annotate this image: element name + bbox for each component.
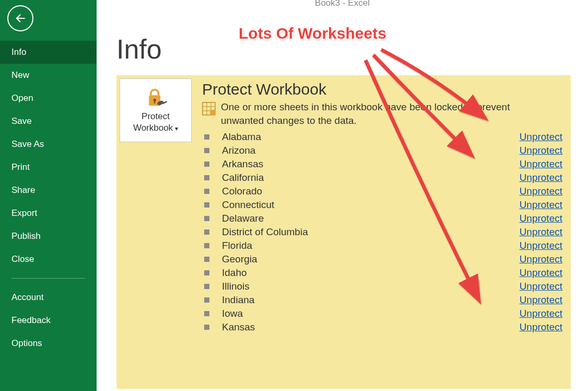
unprotect-link[interactable]: Unprotect (520, 294, 562, 306)
backstage-sidebar: InfoNewOpenSaveSave AsPrintShareExportPu… (0, 0, 97, 391)
sidebar-item-export[interactable]: Export (0, 202, 97, 225)
protect-workbook-button[interactable]: Protect Workbook▾ (120, 78, 192, 142)
unprotect-link[interactable]: Unprotect (520, 145, 562, 156)
sheet-name: Idaho (222, 267, 520, 279)
sidebar-item-feedback[interactable]: Feedback (0, 309, 97, 332)
sheet-row: GeorgiaUnprotect (202, 252, 563, 266)
sidebar-item-open[interactable]: Open (0, 87, 97, 110)
sheet-row: ArkansasUnprotect (202, 157, 563, 171)
bullet-icon (204, 257, 209, 262)
lock-icon (144, 87, 167, 108)
sheet-name: Alabama (222, 131, 520, 143)
bullet-icon (204, 202, 209, 208)
sheet-name: District of Columbia (222, 226, 520, 238)
chevron-down-icon: ▾ (175, 125, 178, 132)
bullet-icon (204, 229, 209, 235)
sheet-lock-icon (202, 102, 216, 116)
unprotect-link[interactable]: Unprotect (520, 226, 562, 238)
sidebar-item-save-as[interactable]: Save As (0, 133, 97, 156)
bullet-icon (204, 134, 209, 140)
panel-heading: Protect Workbook (202, 80, 563, 98)
unprotect-link[interactable]: Unprotect (520, 131, 562, 143)
unprotect-link[interactable]: Unprotect (520, 321, 562, 333)
sheet-row: IllinoisUnprotect (202, 280, 563, 293)
sheet-row: ArizonaUnprotect (202, 144, 563, 157)
bullet-icon (204, 243, 209, 248)
main-content: Book3 - Excel Info Protect Workbook▾ Pro… (97, 0, 588, 391)
sheet-name: Illinois (222, 281, 520, 292)
window-title: Book3 - Excel (97, 0, 588, 8)
protect-workbook-label: Protect Workbook▾ (122, 111, 189, 134)
bullet-icon (204, 297, 209, 303)
sheet-name: Georgia (222, 254, 520, 265)
sheet-row: ConnecticutUnprotect (202, 198, 563, 212)
protect-workbook-panel: Protect Workbook▾ Protect Workbook One o… (116, 75, 571, 389)
sheet-row: AlabamaUnprotect (202, 130, 563, 144)
sidebar-item-print[interactable]: Print (0, 156, 97, 179)
unprotect-link[interactable]: Unprotect (520, 267, 562, 279)
svg-rect-2 (154, 100, 156, 103)
panel-description: One or more sheets in this workbook have… (221, 100, 555, 127)
sheet-row: KansasUnprotect (202, 320, 563, 334)
svg-rect-10 (210, 110, 216, 116)
sheet-name: Iowa (222, 308, 520, 319)
unprotect-link[interactable]: Unprotect (520, 186, 562, 197)
unprotect-link[interactable]: Unprotect (520, 172, 562, 183)
sheet-row: IowaUnprotect (202, 307, 563, 320)
bullet-icon (204, 325, 209, 330)
sidebar-item-close[interactable]: Close (0, 248, 97, 271)
unprotect-link[interactable]: Unprotect (520, 158, 562, 170)
unprotect-link[interactable]: Unprotect (520, 281, 562, 292)
sheet-name: Delaware (222, 213, 520, 224)
bullet-icon (204, 270, 209, 275)
sidebar-item-new[interactable]: New (0, 64, 97, 87)
sheet-row: CaliforniaUnprotect (202, 171, 563, 185)
sheet-name: Kansas (222, 321, 520, 333)
sheet-row: DelawareUnprotect (202, 212, 563, 225)
bullet-icon (204, 284, 209, 289)
sheet-row: IndianaUnprotect (202, 293, 563, 307)
sheet-name: Colorado (222, 186, 520, 197)
sheet-row: IdahoUnprotect (202, 266, 563, 280)
sidebar-item-info[interactable]: Info (0, 41, 97, 64)
unprotect-link[interactable]: Unprotect (520, 199, 562, 211)
bullet-icon (204, 189, 209, 194)
sheet-name: Connecticut (222, 199, 520, 211)
sidebar-divider (11, 278, 85, 279)
sidebar-item-save[interactable]: Save (0, 110, 97, 133)
sheet-row: District of ColumbiaUnprotect (202, 225, 563, 239)
unprotect-link[interactable]: Unprotect (520, 308, 562, 319)
sheet-list: AlabamaUnprotectArizonaUnprotectArkansas… (202, 130, 563, 334)
unprotect-link[interactable]: Unprotect (520, 213, 562, 224)
sheet-name: Indiana (222, 294, 520, 306)
sheet-row: FloridaUnprotect (202, 239, 563, 252)
sheet-name: Florida (222, 240, 520, 251)
bullet-icon (204, 311, 209, 316)
sheet-name: California (222, 172, 520, 183)
sidebar-item-publish[interactable]: Publish (0, 225, 97, 248)
bullet-icon (204, 148, 209, 153)
bullet-icon (204, 216, 209, 221)
bullet-icon (204, 162, 209, 167)
sidebar-item-share[interactable]: Share (0, 179, 97, 202)
sidebar-item-account[interactable]: Account (0, 286, 97, 309)
back-button[interactable] (7, 5, 33, 31)
page-title: Info (116, 33, 588, 65)
sidebar-item-options[interactable]: Options (0, 332, 97, 355)
sheet-row: ColoradoUnprotect (202, 185, 563, 198)
bullet-icon (204, 175, 209, 180)
unprotect-link[interactable]: Unprotect (520, 254, 562, 265)
arrow-left-icon (14, 12, 27, 25)
sheet-name: Arizona (222, 145, 520, 156)
unprotect-link[interactable]: Unprotect (520, 240, 562, 251)
sheet-name: Arkansas (222, 158, 520, 170)
